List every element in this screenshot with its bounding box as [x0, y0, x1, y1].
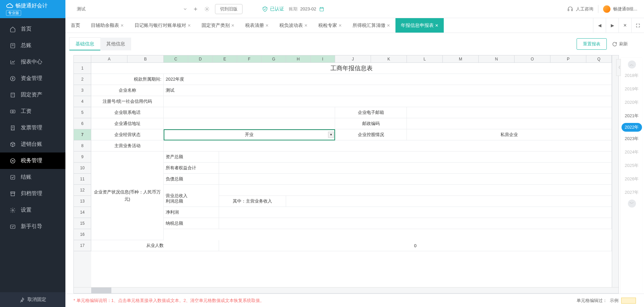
user-menu[interactable]: 畅捷通B组... [603, 5, 637, 13]
reset-button[interactable]: 重置报表 [577, 38, 607, 50]
subtab-other[interactable]: 其他信息 [100, 38, 131, 50]
cell[interactable] [219, 174, 612, 185]
cell-label[interactable]: 邮政编码 [335, 118, 407, 129]
col-header[interactable]: N [479, 55, 515, 63]
nav-stock[interactable]: 进销台账 [0, 136, 65, 152]
row-header[interactable]: 8 [74, 140, 91, 151]
cell[interactable]: 0 [219, 240, 612, 251]
cell-label[interactable]: 税款所属期间: [91, 74, 164, 85]
row-header[interactable]: 1 [74, 63, 91, 74]
tab-next-button[interactable]: ▶ [606, 18, 619, 33]
timeline-year-active[interactable]: 2022年 [622, 123, 642, 132]
cell[interactable] [164, 118, 335, 129]
old-version-button[interactable]: 切到旧版 [215, 4, 243, 14]
cell-label[interactable]: 企业控股情况 [335, 129, 407, 140]
calendar-icon[interactable] [319, 6, 324, 12]
nav-invoice[interactable]: 发票管理 [0, 120, 65, 136]
cell[interactable] [219, 196, 612, 207]
row-header[interactable]: 12 [74, 185, 91, 196]
close-icon[interactable]: ✕ [265, 23, 269, 28]
collapse-handle[interactable]: 《 [616, 59, 621, 76]
timeline-down-button[interactable]: ﹀ [628, 200, 636, 208]
col-header[interactable]: L [407, 55, 443, 63]
close-icon[interactable]: ✕ [387, 23, 390, 28]
cell-merged-label[interactable]: 企业资产状况信息(币种：人民币万元) [91, 151, 164, 240]
hscrollbar[interactable] [74, 287, 619, 293]
refresh-button[interactable]: 刷新 [612, 41, 628, 47]
col-header[interactable]: D [188, 55, 213, 63]
row-header[interactable]: 4 [74, 96, 91, 107]
cell-label[interactable]: 企业经营状态 [91, 129, 164, 140]
row-header[interactable]: 2 [74, 74, 91, 85]
row-header[interactable]: 3 [74, 85, 91, 96]
nav-archive[interactable]: 归档管理 [0, 185, 65, 202]
col-header[interactable]: K [371, 55, 407, 63]
dropdown-arrow-icon[interactable]: ▼ [328, 132, 334, 138]
cell-label[interactable]: 资产总额 [164, 151, 219, 163]
timeline-up-button[interactable]: ︿ [628, 60, 636, 69]
col-header[interactable]: A [91, 55, 127, 63]
row-header[interactable]: 7 [74, 129, 91, 140]
cell-label[interactable]: 企业名称 [91, 85, 164, 96]
cell-label[interactable]: 利润总额 [164, 196, 219, 207]
nav-fixed-assets[interactable]: 固定资产 [0, 87, 65, 103]
close-icon[interactable]: ✕ [338, 23, 342, 28]
cell-label[interactable]: 主营业务活动 [91, 140, 164, 151]
col-header[interactable]: Q [586, 55, 612, 63]
cell[interactable] [164, 96, 612, 107]
cell-label[interactable]: 企业联系电话 [91, 107, 164, 118]
nav-salary[interactable]: 工资 [0, 103, 65, 120]
nav-tax[interactable]: 税务管理 [0, 152, 65, 169]
close-icon[interactable]: ✕ [435, 23, 438, 28]
close-icon[interactable]: ✕ [304, 23, 308, 28]
vscrollbar[interactable] [612, 63, 619, 287]
cell-label[interactable]: 企业通信地址 [91, 118, 164, 129]
timeline-year[interactable]: 2023年 [625, 132, 639, 145]
spreadsheet[interactable]: A B C D E F G H I J K L M N O P Q [73, 55, 619, 294]
cell-label[interactable]: 净利润 [164, 207, 219, 218]
tab-home[interactable]: 首页 [65, 18, 86, 33]
tab-item[interactable]: 税检专家✕ [313, 18, 347, 33]
timeline-year[interactable]: 2020年 [625, 96, 639, 109]
cell[interactable] [164, 107, 335, 118]
tab-item[interactable]: 税表清册✕ [240, 18, 274, 33]
col-header[interactable]: I [311, 55, 335, 63]
timeline-year[interactable]: 2025年 [625, 159, 639, 172]
tab-item[interactable]: 所得税汇算清缴✕ [347, 18, 395, 33]
col-header[interactable]: J [335, 55, 371, 63]
timeline-year[interactable]: 2021年 [625, 109, 639, 122]
col-header[interactable]: B [127, 55, 164, 63]
timeline-year[interactable]: 2027年 [625, 186, 639, 199]
col-header[interactable]: M [443, 55, 479, 63]
cell-label[interactable]: 纳税总额 [164, 218, 219, 229]
tab-item[interactable]: 目辅助余额表✕ [86, 18, 129, 33]
row-header[interactable]: 15 [74, 218, 91, 229]
timeline-year[interactable]: 2024年 [625, 146, 639, 159]
nav-ledger[interactable]: 总账 [0, 37, 65, 54]
col-header[interactable]: G [262, 55, 286, 63]
row-header[interactable]: 9 [74, 151, 91, 163]
col-header[interactable]: H [286, 55, 311, 63]
row-header[interactable]: 6 [74, 118, 91, 129]
row-header[interactable]: 5 [74, 107, 91, 118]
tab-item[interactable]: 税负波动表✕ [274, 18, 313, 33]
cell[interactable]: 测试 [164, 85, 612, 96]
cell-label[interactable]: 企业电子邮箱 [335, 107, 407, 118]
cell-dropdown[interactable]: 开业 ▼ [164, 129, 335, 140]
company-selector[interactable]: 测试 [77, 6, 187, 12]
tab-close-all-button[interactable]: ✕ [619, 18, 631, 33]
col-header[interactable]: P [550, 55, 586, 63]
close-icon[interactable]: ✕ [187, 23, 191, 28]
grid[interactable]: 工商年报信息表 税款所属期间: 2022年度 企业名称 测试 [91, 63, 612, 287]
row-header[interactable]: 17 [74, 240, 91, 251]
subtab-basic[interactable]: 基础信息 [69, 38, 100, 50]
cell[interactable] [219, 185, 612, 196]
cell[interactable]: 私营企业 [407, 129, 612, 140]
cell-label[interactable]: 注册号/统一社会信用代码 [91, 96, 164, 107]
nav-funds[interactable]: 资金管理 [0, 70, 65, 87]
close-icon[interactable]: ✕ [231, 23, 234, 28]
row-header[interactable]: 11 [74, 174, 91, 185]
row-header[interactable]: 14 [74, 207, 91, 218]
tab-item[interactable]: 固定资产类别✕ [196, 18, 240, 33]
col-header[interactable]: C [164, 55, 188, 63]
